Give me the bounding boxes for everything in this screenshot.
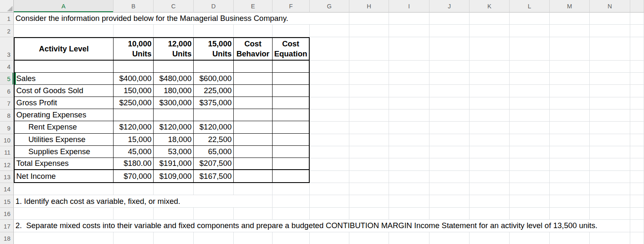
cell-F2[interactable] [273, 25, 310, 37]
table-cell-utilities-expense-cost-behavior[interactable] [234, 134, 273, 146]
row-header-7[interactable]: 7 [0, 97, 14, 109]
cell-N1[interactable] [590, 13, 630, 25]
table-cell-operating-expenses-cost-equation[interactable] [273, 109, 309, 121]
table-cell-supplies-expense-cost-behavior[interactable] [234, 146, 273, 158]
cell-N9[interactable] [590, 122, 630, 134]
cell-I16[interactable] [389, 208, 429, 220]
table-cell-total-expenses-units-15000[interactable]: $207,500 [194, 158, 234, 170]
cell-J5[interactable] [429, 73, 470, 85]
cell-G13[interactable] [310, 171, 349, 183]
cell-J12[interactable] [429, 158, 470, 170]
cell-M12[interactable] [550, 158, 590, 170]
cell-O2[interactable] [630, 25, 644, 37]
table-cell-net-income-cost-equation[interactable] [273, 170, 309, 182]
cell-M6[interactable] [550, 85, 590, 97]
cell-I14[interactable] [389, 183, 429, 195]
cell-L13[interactable] [510, 171, 550, 183]
cell-I11[interactable] [389, 146, 429, 158]
cell-D16[interactable] [194, 208, 234, 220]
table-cell-supplies-expense-units-15000[interactable]: 65,000 [194, 146, 234, 158]
cell-J13[interactable] [429, 171, 470, 183]
cell-O13[interactable] [630, 171, 644, 183]
table-cell-operating-expenses-cost-behavior[interactable] [234, 109, 273, 121]
cell-N5[interactable] [590, 73, 630, 85]
cell-L12[interactable] [510, 158, 550, 170]
table-cell-total-expenses-units-12000[interactable]: $191,000 [154, 158, 194, 170]
table-cell-sales-units-10000[interactable]: $400,000 [114, 73, 154, 85]
cell-D14[interactable] [194, 183, 234, 195]
cell-N14[interactable] [590, 183, 630, 195]
table-cell-rent-expense-cost-behavior[interactable] [234, 121, 273, 133]
table-cell-header-cost-behavior[interactable]: Cost Behavior [234, 38, 273, 61]
row-header-12[interactable]: 12 [0, 158, 14, 170]
cell-B18[interactable] [114, 232, 154, 244]
cell-L6[interactable] [510, 85, 550, 97]
table-cell-operating-expenses-units-10000[interactable] [114, 109, 154, 121]
table-cell-net-income-label[interactable]: Net Income [15, 170, 114, 182]
cell-N2[interactable] [590, 25, 630, 37]
table-cell-utilities-expense-units-10000[interactable]: 15,000 [114, 134, 154, 146]
cell-O9[interactable] [630, 122, 644, 134]
cell-F16[interactable] [273, 208, 310, 220]
cell-H18[interactable] [349, 232, 389, 244]
cell-I18[interactable] [389, 232, 429, 244]
cell-J11[interactable] [429, 146, 470, 158]
cell-G3[interactable] [310, 37, 349, 61]
table-cell-cost-of-goods-sold-units-12000[interactable]: 180,000 [154, 85, 194, 97]
cell-I10[interactable] [389, 134, 429, 146]
cell-H10[interactable] [349, 134, 389, 146]
cell-I7[interactable] [389, 97, 429, 109]
cell-M3[interactable] [550, 37, 590, 61]
cell-I8[interactable] [389, 109, 429, 122]
cell-N4[interactable] [590, 61, 630, 73]
table-cell-net-income-units-15000[interactable]: $167,500 [194, 170, 234, 182]
cell-E18[interactable] [234, 232, 273, 244]
cell-L16[interactable] [510, 208, 550, 220]
cell-O12[interactable] [630, 158, 644, 170]
cell-K6[interactable] [470, 85, 510, 97]
cell-H2[interactable] [349, 25, 389, 37]
cell-H15[interactable] [349, 195, 389, 207]
table-cell-total-expenses-cost-equation[interactable] [273, 158, 309, 170]
table-cell-cost-of-goods-sold-units-10000[interactable]: 150,000 [114, 85, 154, 97]
table-cell-header-label[interactable]: Activity Level [15, 38, 114, 61]
cell-F14[interactable] [273, 183, 310, 195]
cell-N3[interactable] [590, 37, 630, 61]
cell-K3[interactable] [470, 37, 510, 61]
cell-G7[interactable] [310, 97, 349, 109]
cell-L5[interactable] [510, 73, 550, 85]
cell-K18[interactable] [470, 232, 510, 244]
cell-J4[interactable] [429, 61, 470, 73]
table-cell-rent-expense-units-10000[interactable]: $120,000 [114, 121, 154, 133]
column-header-D[interactable]: D [194, 0, 234, 13]
cell-K15[interactable] [470, 195, 510, 207]
cell-O11[interactable] [630, 146, 644, 158]
cell-K11[interactable] [470, 146, 510, 158]
row-header-9[interactable]: 9 [0, 122, 14, 134]
cell-H14[interactable] [349, 183, 389, 195]
cell-L9[interactable] [510, 122, 550, 134]
row-header-8[interactable]: 8 [0, 109, 14, 122]
cell-G5[interactable] [310, 73, 349, 85]
table-cell-rent-expense-units-12000[interactable]: $120,000 [154, 121, 194, 133]
column-header-B[interactable]: B [114, 0, 154, 13]
row-header-15[interactable]: 15 [0, 195, 14, 207]
cell-N15[interactable] [590, 195, 630, 207]
cell-K4[interactable] [470, 61, 510, 73]
cell-G2[interactable] [310, 25, 349, 37]
table-cell-operating-expenses-label[interactable]: Operating Expenses [15, 109, 114, 121]
table-cell-gross-profit-cost-equation[interactable] [273, 97, 309, 109]
cell-J10[interactable] [429, 134, 470, 146]
cell-M15[interactable] [550, 195, 590, 207]
column-header-G[interactable]: G [310, 0, 349, 13]
cell-K7[interactable] [470, 97, 510, 109]
cell-I6[interactable] [389, 85, 429, 97]
table-cell-header-units-10000[interactable]: 10,000 Units [114, 38, 154, 61]
table-cell-supplies-expense-cost-equation[interactable] [273, 146, 309, 158]
cell-H3[interactable] [349, 37, 389, 61]
cell-G10[interactable] [310, 134, 349, 146]
cell-B16[interactable] [114, 208, 154, 220]
column-header-E[interactable]: E [234, 0, 273, 13]
cell-I5[interactable] [389, 73, 429, 85]
cell-H5[interactable] [349, 73, 389, 85]
